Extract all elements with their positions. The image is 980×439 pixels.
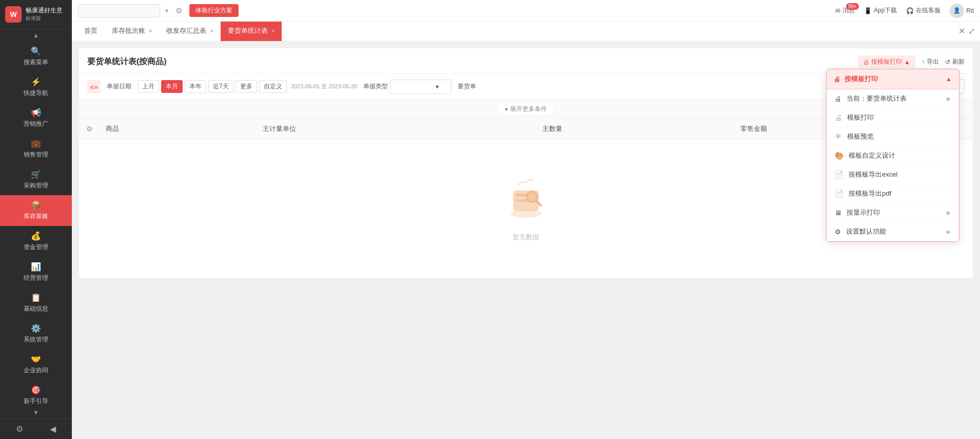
basic-nav-icon: 📋 <box>31 293 41 302</box>
expand-more-btn[interactable]: ▾ 展开更多条件 <box>497 103 555 116</box>
sidebar-item-label: 资金管理 <box>24 243 48 252</box>
sidebar-bottom: ⚙ ◀ <box>0 418 72 439</box>
dropdown-current-item[interactable]: 🖨 当前：要货单统计表 ▶ <box>827 89 959 108</box>
sidebar-item-collab[interactable]: 🤝 企业协同 <box>0 349 72 380</box>
sidebar-scroll-up[interactable]: ▲ <box>0 29 72 41</box>
date-year-btn[interactable]: 本年 <box>185 80 206 93</box>
dropdown-collapse-icon[interactable]: ▲ <box>946 75 952 83</box>
table-col-gear[interactable]: ⚙ <box>79 119 100 139</box>
dropdown-template-preview[interactable]: 👁 模板预览 <box>827 127 959 146</box>
current-template-arrow: ▶ <box>947 96 951 102</box>
guide-nav-icon: 🎯 <box>31 385 41 395</box>
display-print-label: 按显示打印 <box>847 208 880 217</box>
tab-home[interactable]: 首页 <box>77 22 105 41</box>
type-filter: 单据类型 ▾ <box>363 80 452 94</box>
search-chevron-icon[interactable]: ▾ <box>165 7 168 14</box>
table-col-qty: 主数量 <box>536 119 734 139</box>
export-label: 导出 <box>927 58 939 66</box>
topbar-gear-icon[interactable]: ⚙ <box>175 6 182 15</box>
date-custom-btn[interactable]: 自定义 <box>259 80 287 93</box>
sidebar-item-label: 营销推广 <box>24 120 48 128</box>
table-col-unit: 主计量单位 <box>257 119 536 139</box>
window-expand-btn[interactable]: ⤢ <box>968 26 975 36</box>
search-input[interactable] <box>78 4 160 17</box>
content-area: 要货单统计表(按商品) 🖨 按模板打印 ▲ ↑ 导出 ↺ 刷新 <box>72 41 980 439</box>
sidebar-item-guide[interactable]: 🎯 新手引导 <box>0 380 72 407</box>
print-template-btn[interactable]: 🖨 按模板打印 ▲ <box>858 55 915 68</box>
topbar: ▾ ⚙ 体验行业方案 ✉ 消息 99+ 📱 App下载 🎧 在线客服 👤 Rit <box>72 0 980 22</box>
sidebar-scroll-down[interactable]: ▼ <box>0 407 72 418</box>
avatar: 👤 <box>950 4 964 18</box>
dropdown-display-print[interactable]: 🖥 按显示打印 ▶ <box>827 203 959 222</box>
message-btn[interactable]: ✉ 消息 99+ <box>835 6 855 15</box>
user-avatar-btn[interactable]: 👤 Rit <box>950 4 974 18</box>
print-icon: 🖨 <box>863 59 869 66</box>
export-pdf-icon: 📄 <box>835 189 844 198</box>
date-filter-label: 单据日期 <box>107 82 131 91</box>
app-download-btn[interactable]: 📱 App下载 <box>864 6 897 15</box>
sidebar-item-finance[interactable]: 💰 资金管理 <box>0 226 72 257</box>
sidebar-item-basic[interactable]: 📋 基础信息 <box>0 288 72 318</box>
dropdown-export-excel[interactable]: 📄 按模板导出excel <box>827 165 959 184</box>
sidebar-item-inventory[interactable]: 📦 库存算账 <box>0 195 72 226</box>
dropdown-template-custom[interactable]: 🎨 模板自定义设计 <box>827 146 959 165</box>
system-nav-icon: ⚙️ <box>31 323 41 333</box>
default-func-label: 设置默认功能 <box>846 227 886 236</box>
tab-order-stat[interactable]: 要货单统计表 × <box>221 22 282 41</box>
tab-collection-close[interactable]: × <box>210 28 213 34</box>
operation-nav-icon: 📊 <box>31 262 41 272</box>
window-controls: ✕ ⤢ <box>958 26 975 36</box>
default-func-left: ⚙ 设置默认功能 <box>835 227 886 236</box>
table-gear-icon[interactable]: ⚙ <box>86 125 93 133</box>
dropdown-template-print[interactable]: 🖨 模板打印 <box>827 108 959 127</box>
sidebar-item-label: 新手引导 <box>24 397 48 406</box>
sidebar-item-sales[interactable]: 💼 销售管理 <box>0 133 72 164</box>
export-icon: ↑ <box>922 59 925 66</box>
filter-toggle-btn[interactable]: «» <box>87 80 101 93</box>
date-range-text: 2023-06-01 至 2023-06-30 <box>291 83 358 90</box>
settings-icon[interactable]: ⚙ <box>16 424 23 434</box>
template-preview-icon: 👁 <box>835 132 842 141</box>
tab-order-stat-close[interactable]: × <box>271 28 275 34</box>
type-select[interactable]: ▾ <box>390 80 452 94</box>
collapse-icon[interactable]: ◀ <box>50 424 56 434</box>
sidebar-item-label: 企业协同 <box>24 366 48 375</box>
inventory-nav-icon: 📦 <box>31 200 41 210</box>
display-print-arrow: ▶ <box>947 209 951 216</box>
export-btn[interactable]: ↑ 导出 <box>922 58 939 66</box>
sidebar-item-search[interactable]: 🔍 搜索菜单 <box>0 41 72 72</box>
message-icon: ✉ <box>835 7 840 14</box>
template-print-icon: 🖨 <box>835 113 842 122</box>
tab-batch-close[interactable]: × <box>149 28 152 34</box>
page-title: 要货单统计表(按商品) <box>87 56 167 67</box>
dropdown-title: 按模板打印 <box>845 74 878 84</box>
online-service-btn[interactable]: 🎧 在线客服 <box>906 6 940 15</box>
sidebar-item-operation[interactable]: 📊 经营管理 <box>0 257 72 288</box>
sidebar-item-marketing[interactable]: 📢 营销推广 <box>0 103 72 133</box>
date-current-btn[interactable]: 本月 <box>161 80 183 93</box>
demo-button[interactable]: 体验行业方案 <box>189 4 239 17</box>
sidebar-item-label: 采购管理 <box>24 181 48 190</box>
display-print-icon: 🖥 <box>835 209 841 217</box>
template-print-label: 模板打印 <box>847 113 874 122</box>
sidebar-item-shortcut[interactable]: ⚡ 快捷导航 <box>0 72 72 103</box>
dropdown-export-pdf[interactable]: 📄 按模板导出pdf <box>827 184 959 203</box>
date-7days-btn[interactable]: 近7天 <box>208 80 233 93</box>
tab-batch[interactable]: 库存批次账 × <box>105 22 159 41</box>
tab-collection-label: 收发存汇总表 <box>166 26 206 35</box>
sidebar-item-label: 基础信息 <box>24 304 48 313</box>
dropdown-default-func[interactable]: ⚙ 设置默认功能 ▶ <box>827 222 959 241</box>
date-more-btn[interactable]: 更多 <box>236 80 257 93</box>
refresh-btn[interactable]: ↺ 刷新 <box>945 58 965 66</box>
default-func-arrow: ▶ <box>947 228 951 235</box>
tab-collection[interactable]: 收发存汇总表 × <box>159 22 220 41</box>
tabs-bar: 首页 库存批次账 × 收发存汇总表 × 要货单统计表 × ✕ ⤢ <box>72 22 980 41</box>
order-filter: 要货单 <box>458 82 476 91</box>
window-close-btn[interactable]: ✕ <box>958 26 965 36</box>
sidebar-item-label: 销售管理 <box>24 150 48 159</box>
finance-nav-icon: 💰 <box>31 231 41 241</box>
sidebar-item-system[interactable]: ⚙️ 系统管理 <box>0 318 72 349</box>
date-prev-btn[interactable]: 上月 <box>138 80 159 93</box>
sidebar-item-label: 搜索菜单 <box>24 58 48 67</box>
sidebar-item-purchase[interactable]: 🛒 采购管理 <box>0 164 72 195</box>
